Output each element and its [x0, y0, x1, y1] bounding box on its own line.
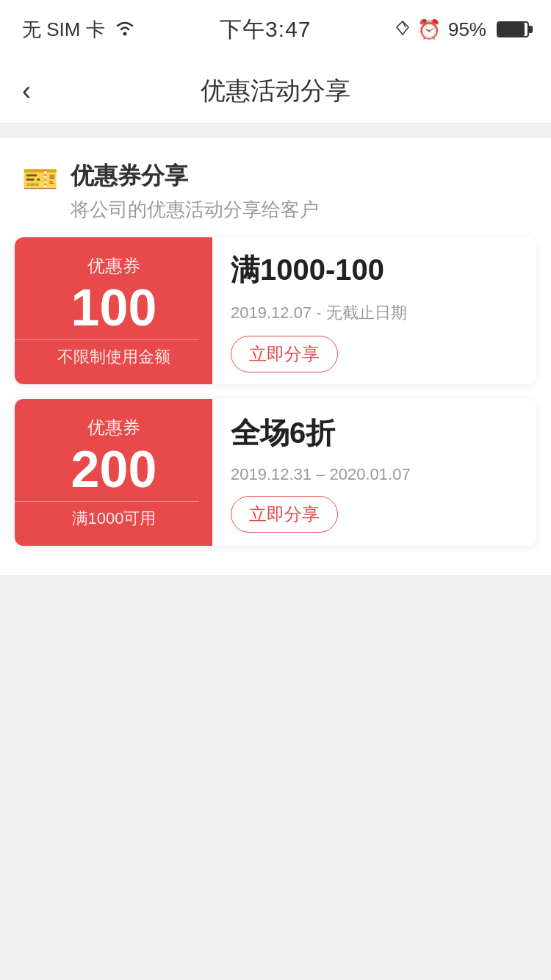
share-button-2[interactable]: 立即分享 — [231, 496, 338, 533]
alarm-icon: ⏰ — [417, 18, 441, 41]
coupon-left-2: 优惠券 200 满1000可用 — [15, 399, 213, 546]
coupon-left-1: 优惠券 100 不限制使用金额 — [15, 237, 213, 384]
coupon-meta-2: 2019.12.31 – 2020.01.07 — [231, 465, 519, 484]
nav-bar: ‹ 优惠活动分享 — [0, 59, 551, 123]
carrier-label: 无 SIM 卡 — [22, 17, 105, 43]
coupon-label-1: 优惠券 — [87, 254, 140, 278]
coupon-amount-2: 200 — [71, 444, 157, 495]
page-title: 优惠活动分享 — [201, 74, 350, 108]
status-left: 无 SIM 卡 — [22, 17, 136, 43]
share-button-1[interactable]: 立即分享 — [231, 336, 338, 372]
location-icon — [395, 18, 410, 41]
coupon-icon: 🎫 — [22, 162, 59, 196]
coupon-right-1: 满1000-100 2019.12.07 - 无截止日期 立即分享 — [213, 237, 536, 384]
coupon-amount-1: 100 — [71, 282, 157, 334]
status-bar: 无 SIM 卡 下午3:47 ⏰ 95% — [0, 0, 551, 59]
coupon-card-2: 优惠券 200 满1000可用 全场6折 2019.12.31 – 2020.0… — [15, 399, 536, 546]
svg-point-0 — [123, 32, 126, 35]
coupon-meta-1: 2019.12.07 - 无截止日期 — [231, 302, 519, 324]
section-text: 优惠券分享 将公司的优惠活动分享给客户 — [71, 160, 319, 223]
coupon-title-1: 满1000-100 — [231, 250, 519, 290]
battery-label: 95% — [448, 18, 486, 41]
battery-fill — [498, 23, 525, 36]
coupon-label-2: 优惠券 — [87, 416, 140, 439]
coupon-title-2: 全场6折 — [231, 413, 519, 453]
section-subtitle: 将公司的优惠活动分享给客户 — [71, 197, 319, 223]
coupon-list: 优惠券 100 不限制使用金额 满1000-100 2019.12.07 - 无… — [0, 237, 551, 575]
battery-icon — [497, 21, 529, 37]
section-header: 🎫 优惠券分享 将公司的优惠活动分享给客户 — [0, 138, 551, 237]
section-title: 优惠券分享 — [71, 160, 319, 192]
status-time: 下午3:47 — [220, 15, 311, 45]
back-button[interactable]: ‹ — [22, 76, 31, 107]
coupon-condition-2: 满1000可用 — [15, 501, 213, 530]
coupon-condition-1: 不限制使用金额 — [15, 339, 213, 368]
coupon-card-1: 优惠券 100 不限制使用金额 满1000-100 2019.12.07 - 无… — [15, 237, 536, 384]
coupon-right-2: 全场6折 2019.12.31 – 2020.01.07 立即分享 — [213, 399, 536, 546]
empty-area — [0, 575, 551, 980]
status-right: ⏰ 95% — [395, 18, 529, 41]
wifi-icon — [114, 18, 136, 41]
